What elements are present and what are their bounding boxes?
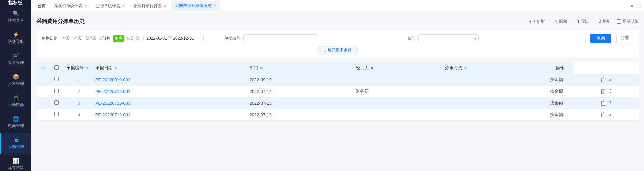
row-more-icon[interactable]: ⠿ [608,112,611,117]
row-more-icon[interactable]: ⠿ [608,89,611,94]
tab-purchase-order-stats[interactable]: 采购订单统计表 ✕ [50,1,91,11]
tab-purchase-goods-stats-close[interactable]: ✕ [122,1,125,11]
page-content: 采购费用分摊单历史 ＋ + 新增 🗑 删除 ⬆ 导出 ↺ 刷新 [31,12,644,171]
table-row: 3 PE-20220713-003 2022-07-13 按金额 📋 ⠿ [36,97,639,109]
query-button[interactable]: 查询 [590,34,611,43]
row-checkbox[interactable] [54,89,59,93]
select-all-checkbox[interactable] [54,65,59,70]
sidebar-item-search[interactable]: 🔍 搜索菜单 [0,6,31,27]
filter-bar: 单据日期 昨天 今天 近7天 近1月 更多 自定义 单据编号 [36,30,639,58]
export-button[interactable]: ⬆ 导出 [573,17,592,26]
col-actions-label: 操作 [556,65,565,70]
col-dept-sort-icon[interactable]: ⇅ [260,66,263,70]
shortcut-yesterday[interactable]: 昨天 [60,35,71,42]
row-date: 2022-09-19 [246,74,352,86]
shortcut-1month[interactable]: 近1月 [99,35,112,42]
row-checkbox[interactable] [54,100,59,105]
show-columns-text: 显示明细 [623,19,639,24]
table-header-row: ⚙ 单据编号 ⇅ 单据日期 ⇅ 部门 [36,62,639,74]
tab-purchase-fee-split-label: 采购费用分摊单历史 [175,0,211,11]
show-columns-checkbox[interactable] [617,19,621,24]
docno-input[interactable] [243,34,317,42]
row-view-icon[interactable]: 📋 [600,89,606,94]
lightning-icon: ⚡ [13,31,19,38]
box-icon: 📦 [13,74,19,80]
delete-icon: 🗑 [554,19,558,24]
tab-close-action[interactable]: ✕ [630,3,634,9]
row-handler [441,74,547,86]
col-date-sort-icon[interactable]: ⇅ [114,66,117,70]
row-docno-link[interactable]: PE-20220919-002 [95,77,131,82]
col-split: 分摊方式 ⇅ [441,62,547,74]
date-range-input[interactable] [143,35,204,42]
row-more-icon[interactable]: ⠿ [608,77,611,82]
row-docno-link[interactable]: PE-20220713-001 [95,112,131,117]
show-columns-label[interactable]: 显示明细 [617,19,639,24]
row-view-icon[interactable]: 📋 [600,112,606,117]
shortcut-custom[interactable]: 自定义 [126,35,141,42]
tab-purchase-order-exec-close[interactable]: ✕ [164,1,166,11]
row-docno-link[interactable]: PE-20220713-003 [95,101,131,106]
tab-home[interactable]: 首页 [34,1,50,11]
shortcut-7days[interactable]: 近7天 [85,35,98,42]
row-docno-link[interactable]: PE-20220714-001 [95,89,131,94]
row-checkbox[interactable] [54,77,59,81]
refresh-icon: ↺ [598,19,602,24]
sidebar-item-label: 小畅电商 [8,102,24,108]
sidebar-item-label: 零售管理 [8,60,24,66]
sidebar-item-quicknav[interactable]: ⚡ 快捷导航 [0,27,31,49]
row-checkbox-cell [50,109,63,121]
shortcut-more[interactable]: 更多 [113,35,124,42]
tab-bar: 首页 采购订单统计表 ✕ 进货单统计表 ✕ 采购订单执行表 ✕ 采购费用分摊单历… [31,0,644,12]
tab-purchase-order-stats-close[interactable]: ✕ [85,1,87,11]
data-table-container: ⚙ 单据编号 ⇅ 单据日期 ⇅ 部门 [36,62,639,121]
sidebar-logo: 指标板 [0,0,31,6]
col-split-sort-icon[interactable]: ⇅ [464,66,467,70]
tab-purchase-order-exec[interactable]: 采购订单执行表 ✕ [129,1,170,11]
search-icon: 🔍 [13,10,19,17]
row-view-icon[interactable]: 📋 [600,77,606,82]
shortcut-today[interactable]: 今天 [72,35,83,42]
sidebar-item-wholesale[interactable]: 📦 批发管理 [0,70,31,91]
dept-select[interactable] [418,34,479,42]
sidebar-item-ecom[interactable]: 🌐 电商管理 [0,112,31,133]
row-checkbox[interactable] [54,112,59,116]
sidebar-item-retail[interactable]: 🛒 零售管理 [0,49,31,70]
row-view-icon[interactable]: 📋 [600,100,606,106]
col-docno: 单据编号 ⇅ [63,62,92,74]
sidebar-item-label: 库存核算 [8,165,24,171]
row-settings-col [36,86,50,97]
data-table: ⚙ 单据编号 ⇅ 单据日期 ⇅ 部门 [36,62,639,121]
row-more-icon[interactable]: ⠿ [608,100,611,106]
row-docno-cell: 1 [63,74,92,86]
col-handler-sort-icon[interactable]: ⇅ [371,66,373,70]
tab-purchase-fee-split-close[interactable]: ✕ [213,0,216,11]
cart-icon: 🛒 [13,53,19,59]
col-settings[interactable]: ⚙ [36,62,50,74]
row-docno-cell: 2 [63,86,92,97]
tab-purchase-order-exec-label: 采购订单执行表 [133,1,162,11]
col-handler: 经手人 ⇅ [352,62,441,74]
expand-label: 展开更多条件 [328,47,352,53]
tab-purchase-goods-stats[interactable]: 进货单统计表 ✕ [92,1,129,11]
add-button[interactable]: ＋ + 新增 [525,17,548,26]
sidebar-item-purchase[interactable]: 🛍 采购管理 [0,133,31,154]
col-handler-label: 经手人 [356,65,369,70]
tab-purchase-fee-split[interactable]: 采购费用分摊单历史 ✕ [171,1,220,11]
filter-settings-button[interactable]: 设置 [616,34,633,43]
col-docno-sort-icon[interactable]: ⇅ [86,66,89,70]
export-icon: ⬆ [577,19,580,24]
col-docno-label: 单据编号 [66,65,84,70]
sidebar-item-inventory[interactable]: 📊 库存核算 [0,154,31,171]
refresh-button[interactable]: ↺ 刷新 [595,17,614,26]
filter-row-1: 单据日期 昨天 今天 近7天 近1月 更多 自定义 单据编号 [42,34,633,43]
expand-filter-button[interactable]: ⌄ 展开更多条件 [318,46,358,54]
tab-maximize-action[interactable]: ⛶ [637,3,641,9]
row-actions: 📋 ⠿ [574,109,639,121]
row-dept [352,97,441,109]
delete-button[interactable]: 🗑 删除 [551,17,571,26]
sidebar-item-mini[interactable]: 📱 小畅电商 [0,91,31,112]
delete-label: 删除 [559,19,567,24]
col-date-label: 单据日期 [95,65,113,70]
page-title: 采购费用分摊单历史 [36,18,85,25]
